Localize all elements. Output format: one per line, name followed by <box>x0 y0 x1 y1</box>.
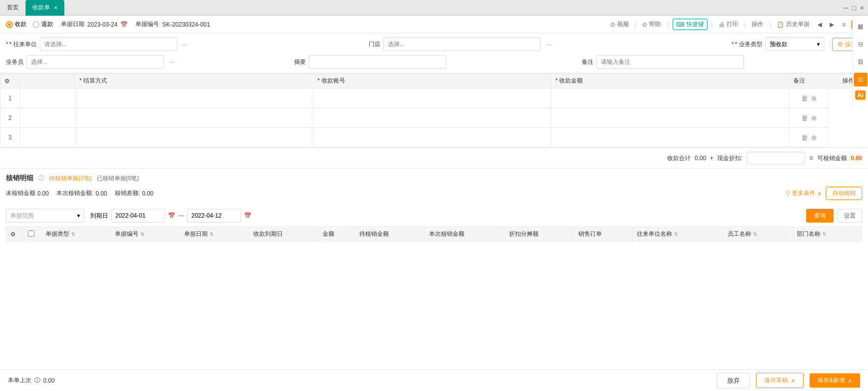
row-1-remark[interactable] <box>551 88 789 108</box>
salesperson-dots[interactable]: ··· <box>167 58 177 66</box>
range-select[interactable]: 单据范围 ▾ <box>6 209 84 223</box>
ai-btn[interactable]: Ai <box>855 90 866 100</box>
unverified-stat: 未核销金额 0.00 <box>6 189 49 197</box>
business-type-select[interactable]: 预收款 ▾ <box>765 37 824 51</box>
salesperson-field: 业务员 ··· <box>6 55 286 69</box>
date-to-input[interactable] <box>187 209 241 223</box>
row-2-delete-icon[interactable]: 🗑 <box>801 114 808 122</box>
date-from-input[interactable] <box>111 209 165 223</box>
select-all-checkbox[interactable] <box>28 230 34 237</box>
window-close[interactable]: × <box>860 4 864 12</box>
done-link[interactable]: 已核销单据(0笔) <box>97 174 139 183</box>
tab-bar: 首页 收款单 × ─ □ × <box>0 0 868 16</box>
secondary-pending-col: 待核销金额 <box>355 227 425 242</box>
abandon-btn[interactable]: 放弃 <box>717 373 750 389</box>
row-1-account[interactable] <box>75 88 313 108</box>
gear-icon: ⚙ <box>838 41 843 48</box>
row-1-actions: 🗑 ⊕ <box>789 88 829 108</box>
table-settings-btn[interactable]: 设置 <box>838 209 862 223</box>
secondary-date-col: 单据日期 ⇅ <box>180 227 249 242</box>
receipt-radio[interactable]: 收款 <box>6 20 27 28</box>
secondary-number-col: 单据编号 ⇅ <box>111 227 180 242</box>
history-btn[interactable]: 📋 历史单据 <box>775 19 812 29</box>
calendar-to-icon[interactable]: 📅 <box>244 212 251 219</box>
pending-link[interactable]: 待核销单据(0笔) <box>49 174 92 183</box>
secondary-table: ⚙ 单据类型 ⇅ 单据编号 <box>6 226 862 242</box>
nav-prev-btn[interactable]: ◀ <box>815 20 824 29</box>
main-container: 收款 退款 单据日期 2023-03-24 📅 单据编号 SK-20230324… <box>0 16 868 391</box>
tab-close-icon[interactable]: × <box>54 4 57 11</box>
business-type-field: * * 业务类型 预收款 ▾ <box>732 37 824 51</box>
row-3-delete-icon[interactable]: 🗑 <box>801 134 808 141</box>
counter-party-field: * * 往来单位 ··· <box>6 37 361 51</box>
print-btn[interactable]: 🖨 打印 <box>717 19 740 29</box>
row-1-copy-icon[interactable]: ⊕ <box>811 94 817 102</box>
table-row: 2 🗑 ⊕ <box>0 108 868 128</box>
row-1-settlement[interactable] <box>20 88 76 108</box>
row-2-remark[interactable] <box>551 108 789 128</box>
secondary-due-date-col: 收款到期日 <box>249 227 319 242</box>
row-3-amount[interactable] <box>313 128 551 147</box>
panel-icon-1[interactable]: ▦ <box>854 20 868 33</box>
history-icon: 📋 <box>777 21 784 28</box>
save-draft-btn[interactable]: 保存草稿 ∧ <box>756 373 804 388</box>
salesperson-input[interactable] <box>27 55 164 69</box>
store-input[interactable] <box>383 37 541 51</box>
secondary-settings-col[interactable]: ⚙ <box>6 227 24 242</box>
remark-input[interactable] <box>597 55 744 69</box>
nav-next-btn[interactable]: ▶ <box>828 20 836 29</box>
table-settings-col[interactable]: ⚙ <box>0 74 20 88</box>
receipt-radio-dot <box>6 21 13 28</box>
row-3-settlement[interactable] <box>20 128 76 147</box>
filter-row: 单据范围 ▾ 到期日 📅 — 📅 查询 设置 <box>6 205 862 226</box>
toolbar-actions: ⊙ 视频 | ⊙ 帮助 | ⌨ 快捷键 | 🖨 打印 | 操作 | <box>608 19 862 30</box>
row-2-copy-icon[interactable]: ⊕ <box>811 114 817 122</box>
table-remark-col: 备注 <box>789 74 829 88</box>
calendar-from-icon[interactable]: 📅 <box>168 212 175 219</box>
secondary-checkbox-col[interactable] <box>24 227 42 242</box>
counter-party-dots[interactable]: ··· <box>180 40 190 48</box>
secondary-amount-col: 金额 <box>319 227 355 242</box>
chevron-down-icon: ▾ <box>817 41 820 48</box>
row-2-account[interactable] <box>75 108 313 128</box>
row-3-copy-icon[interactable]: ⊕ <box>811 134 817 141</box>
counter-party-input[interactable] <box>40 37 177 51</box>
info-icon[interactable]: ⓘ <box>38 174 44 183</box>
row-2-amount[interactable] <box>313 108 551 128</box>
panel-icon-3[interactable]: ⛓ <box>854 55 868 69</box>
summary-input[interactable] <box>309 55 446 69</box>
more-conditions-link[interactable]: ▽ 更多条件 ∧ <box>786 189 822 197</box>
window-minimize[interactable]: ─ <box>843 4 848 12</box>
discount-input[interactable] <box>746 152 805 165</box>
help-btn[interactable]: ⊙ 帮助 <box>640 19 663 29</box>
panel-icon-4[interactable]: ⊡ <box>854 73 868 86</box>
diff-stat: 核销差额: 0.00 <box>115 189 154 197</box>
table-amount-col: * 收款金额 <box>551 74 789 88</box>
store-field: 门店 ··· <box>369 37 724 51</box>
operations-btn[interactable]: 操作 <box>750 19 765 29</box>
row-3-remark[interactable] <box>551 128 789 147</box>
secondary-type-col: 单据类型 ⇅ <box>42 227 111 242</box>
window-maximize[interactable]: □ <box>852 4 856 12</box>
remark-field: 备注 <box>582 55 862 69</box>
query-btn[interactable]: 查询 <box>806 209 834 223</box>
calendar-icon[interactable]: 📅 <box>120 21 128 28</box>
video-btn[interactable]: ⊙ 视频 <box>608 19 631 29</box>
shortcuts-btn[interactable]: ⌨ 快捷键 <box>673 19 707 30</box>
form-area: * * 往来单位 ··· 门店 ··· * * 业务类型 预收款 ▾ <box>0 33 868 73</box>
panel-icon-2[interactable]: ⊟ <box>854 37 868 51</box>
row-1-delete-icon[interactable]: 🗑 <box>801 94 808 102</box>
row-3-actions: 🗑 ⊕ <box>789 128 829 147</box>
row-3-account[interactable] <box>75 128 313 147</box>
tab-receipt[interactable]: 收款单 × <box>26 0 64 16</box>
refund-radio[interactable]: 退款 <box>32 20 53 28</box>
row-1-amount[interactable] <box>313 88 551 108</box>
tab-home[interactable]: 首页 <box>0 0 26 16</box>
verification-section: 核销明细 ⓘ 待核销单据(0笔) 已核销单据(0笔) 未核销金额 0.00 本次… <box>0 169 868 247</box>
auto-verify-btn[interactable]: 自动核销 <box>826 187 862 200</box>
row-2-settlement[interactable] <box>20 108 76 128</box>
list-view-btn[interactable]: ≡ <box>840 20 847 29</box>
current-verify-stat: 本次核销金额: 0.00 <box>56 189 107 197</box>
save-new-btn[interactable]: 保存&新增 ∧ <box>810 373 860 388</box>
store-dots[interactable]: ··· <box>543 40 553 48</box>
